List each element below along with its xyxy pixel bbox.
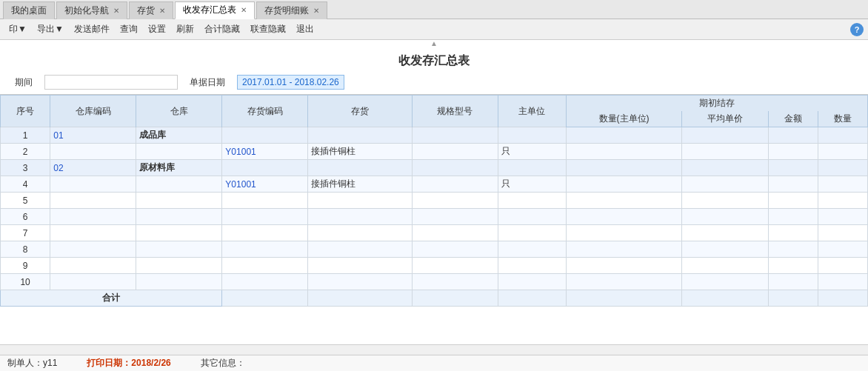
cell-qty-main — [566, 144, 682, 160]
cell-warehouse — [136, 209, 222, 225]
cell-inv-name — [308, 127, 413, 144]
cell-qty — [818, 274, 867, 290]
cell-avg-price — [682, 193, 768, 209]
cell-unit — [498, 209, 567, 225]
refresh-button[interactable]: 刷新 — [172, 21, 198, 37]
tab-save[interactable]: 存货 ✕ — [129, 1, 173, 19]
footer-print-date: 打印日期：2018/2/26 — [87, 357, 170, 370]
print-date-value: 2018/2/26 — [131, 358, 170, 368]
tab-init-label: 初始化导航 — [64, 4, 109, 17]
tab-init[interactable]: 初始化导航 ✕ — [56, 1, 127, 19]
cell-qty — [818, 193, 867, 209]
cell-warehouse-code — [50, 193, 136, 209]
cell-amount — [768, 225, 818, 241]
cell-unit — [498, 258, 567, 274]
cell-unit — [498, 225, 567, 241]
cell-amount — [768, 258, 818, 274]
cell-inv-name — [308, 274, 413, 290]
total-spec — [412, 290, 498, 307]
cell-warehouse — [136, 258, 222, 274]
cell-warehouse — [136, 176, 222, 193]
cell-unit: 只 — [498, 176, 567, 193]
table-row: 9 — [1, 258, 868, 274]
total-qty — [818, 290, 867, 307]
cell-inv-code — [222, 193, 308, 209]
cell-warehouse-code: 02 — [50, 160, 136, 176]
total-amount — [768, 290, 818, 307]
col-warehouse: 仓库 — [136, 96, 222, 127]
cell-warehouse-code — [50, 225, 136, 241]
link-hide-button[interactable]: 联查隐藏 — [246, 21, 290, 37]
print-button[interactable]: 印▼ — [4, 21, 31, 37]
tab-home-label: 我的桌面 — [11, 4, 47, 17]
table-row: 3 02 原材料库 — [1, 160, 868, 176]
query-button[interactable]: 查询 — [116, 21, 142, 37]
footer-other: 其它信息： — [201, 357, 245, 370]
table-row: 5 — [1, 193, 868, 209]
cell-inv-code — [222, 209, 308, 225]
table-header-top: 序号 仓库编码 仓库 存货编码 存货 规格型号 主单位 期初结存 — [1, 96, 868, 112]
footer: 制单人：y11 打印日期：2018/2/26 其它信息： — [0, 355, 868, 371]
tab-init-close[interactable]: ✕ — [113, 7, 119, 15]
period-label: 期间 — [15, 76, 33, 89]
cell-warehouse — [136, 144, 222, 160]
cell-num: 9 — [1, 258, 50, 274]
cell-avg-price — [682, 274, 768, 290]
cell-unit — [498, 193, 567, 209]
table-row: 10 — [1, 274, 868, 290]
cell-avg-price — [682, 258, 768, 274]
cell-warehouse-code: 01 — [50, 127, 136, 144]
cell-unit — [498, 241, 567, 258]
settings-button[interactable]: 设置 — [144, 21, 170, 37]
tabs-bar: 我的桌面 初始化导航 ✕ 存货 ✕ 收发存汇总表 ✕ 存货明细账 ✕ — [0, 0, 868, 19]
cell-spec — [412, 160, 498, 176]
table-row: 4 Y01001 接插件铜柱 只 — [1, 176, 868, 193]
tab-summary-close[interactable]: ✕ — [241, 6, 247, 14]
horizontal-scrollbar[interactable] — [0, 344, 868, 355]
cell-qty-main — [566, 127, 682, 144]
page-container: ▲ 收发存汇总表 期间 单据日期 2017.01.01 - 2018.02.26… — [0, 40, 868, 371]
toolbar: 印▼ 导出▼ 发送邮件 查询 设置 刷新 合计隐藏 联查隐藏 退出 ? — [0, 19, 868, 40]
filter-row: 期间 单据日期 2017.01.01 - 2018.02.26 — [0, 73, 868, 94]
cell-unit — [498, 160, 567, 176]
cell-num: 7 — [1, 225, 50, 241]
cell-spec — [412, 258, 498, 274]
tab-save-close[interactable]: ✕ — [159, 7, 165, 15]
table-row: 6 — [1, 209, 868, 225]
cell-spec — [412, 127, 498, 144]
col-unit: 主单位 — [498, 96, 567, 127]
tab-summary[interactable]: 收发存汇总表 ✕ — [175, 1, 255, 19]
cell-qty-main — [566, 209, 682, 225]
cell-inv-name: 接插件铜柱 — [308, 144, 413, 160]
tab-detail[interactable]: 存货明细账 ✕ — [256, 1, 327, 19]
cell-unit: 只 — [498, 144, 567, 160]
period-input[interactable] — [44, 75, 178, 90]
tab-home[interactable]: 我的桌面 — [3, 1, 55, 19]
export-button[interactable]: 导出▼ — [33, 21, 68, 37]
exit-button[interactable]: 退出 — [292, 21, 318, 37]
cell-warehouse — [136, 274, 222, 290]
tab-save-label: 存货 — [137, 4, 155, 17]
help-icon[interactable]: ? — [850, 23, 864, 36]
cell-warehouse-code — [50, 258, 136, 274]
table-row: 1 01 成品库 — [1, 127, 868, 144]
merge-hide-button[interactable]: 合计隐藏 — [200, 21, 244, 37]
tab-detail-label: 存货明细账 — [264, 4, 309, 17]
table-total-row: 合计 — [1, 290, 868, 307]
cell-num: 1 — [1, 127, 50, 144]
cell-inv-code — [222, 241, 308, 258]
cell-warehouse-code — [50, 209, 136, 225]
cell-avg-price — [682, 209, 768, 225]
operator-value: y11 — [43, 358, 57, 368]
email-button[interactable]: 发送邮件 — [70, 21, 114, 37]
total-unit — [498, 290, 567, 307]
cell-avg-price — [682, 241, 768, 258]
tab-detail-close[interactable]: ✕ — [313, 7, 319, 15]
cell-qty-main — [566, 225, 682, 241]
cell-spec — [412, 274, 498, 290]
table-wrapper[interactable]: 序号 仓库编码 仓库 存货编码 存货 规格型号 主单位 期初结存 数量(主单位)… — [0, 94, 868, 344]
cell-qty — [818, 176, 867, 193]
cell-num: 4 — [1, 176, 50, 193]
cell-qty — [818, 127, 867, 144]
cell-warehouse — [136, 225, 222, 241]
